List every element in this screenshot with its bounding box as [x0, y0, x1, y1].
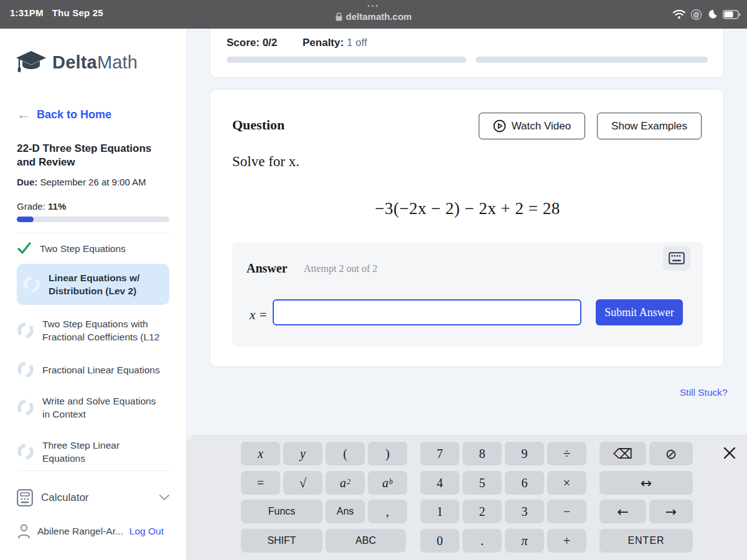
progress-ring-icon [17, 322, 34, 339]
back-to-home-link[interactable]: ← Back to Home [17, 108, 111, 121]
answer-label: Answer [247, 261, 288, 276]
key-7[interactable]: 7 [420, 442, 459, 465]
grade-progress-bar [17, 217, 169, 222]
key-9[interactable]: 9 [505, 442, 544, 465]
key-arrow-right[interactable]: → [649, 500, 693, 523]
user-name: Abilene Rangel-Ar... [37, 526, 123, 537]
key-arrow-left[interactable]: ← [599, 500, 646, 523]
url-text: deltamath.com [346, 11, 412, 23]
progress-segment-2 [476, 57, 708, 63]
play-circle-icon [493, 119, 506, 133]
sidebar: DeltaMath ← Back to Home 22-D Three Step… [0, 29, 187, 560]
ipad-status-bar: 1:31PMThu Sep 25 ••• deltamath.com @ [0, 0, 747, 29]
key-8[interactable]: 8 [463, 442, 502, 465]
checkmark-icon [17, 241, 32, 255]
key-3[interactable]: 3 [505, 500, 544, 523]
key-right-paren[interactable]: ) [368, 442, 407, 465]
sidebar-item-two-step-equations[interactable]: Two Step Equations [17, 241, 169, 255]
main-content: Score: 0/2 Penalty: 1 off Question Watch… [187, 29, 747, 560]
answer-variable-prefix: x = [250, 307, 268, 323]
key-multiply[interactable]: × [547, 471, 586, 495]
sidebar-item-write-solve-context[interactable]: Write and Solve Equations in Context [17, 394, 169, 421]
math-keyboard: x y ( ) 7 8 9 ÷ ⌫ ⊘ [187, 436, 747, 560]
key-x[interactable]: x [241, 442, 280, 465]
sidebar-item-two-step-fractional[interactable]: Two Step Equations with Fractional Coeff… [17, 317, 169, 343]
key-equals[interactable]: = [241, 471, 280, 495]
answer-input[interactable] [273, 299, 581, 325]
graduation-cap-icon [15, 49, 47, 76]
key-comma[interactable]: , [368, 500, 407, 523]
key-squared[interactable]: a2 [326, 471, 365, 495]
key-minus[interactable]: − [547, 500, 586, 523]
question-prompt: Solve for x. [232, 154, 299, 170]
user-account-row: Abilene Rangel-Ar... Log Out [17, 523, 179, 539]
sidebar-item-three-step-linear[interactable]: Three Step Linear Equations [17, 439, 169, 465]
progress-ring-icon [23, 276, 40, 293]
still-stuck-link[interactable]: Still Stuck? [680, 387, 728, 398]
score-value: 0/2 [263, 37, 278, 49]
key-ans[interactable]: Ans [326, 500, 365, 523]
sidebar-item-fractional-linear[interactable]: Fractional Linear Equations [17, 361, 169, 378]
attempt-counter: Attempt 2 out of 2 [304, 263, 377, 274]
progress-ring-icon [17, 361, 34, 378]
key-y[interactable]: y [283, 442, 322, 465]
show-examples-button[interactable]: Show Examples [597, 113, 702, 139]
assignment-title: 22-D Three Step Equations and Review [17, 142, 169, 169]
battery-icon [723, 10, 741, 19]
lock-icon [336, 12, 342, 21]
divider [17, 470, 169, 471]
progress-segment-1 [227, 57, 466, 63]
key-left-right-arrow[interactable]: ↔ [599, 471, 693, 495]
sidebar-item-linear-equations-distribution[interactable]: Linear Equations w/ Distribution (Lev 2) [17, 264, 169, 305]
key-2[interactable]: 2 [463, 500, 502, 523]
key-backspace[interactable]: ⌫ [599, 442, 646, 465]
answer-panel: Answer Attempt 2 out of 2 x = Submit Ans… [232, 242, 703, 347]
question-equation: −3(−2x − 2) − 2x + 2 = 28 [210, 199, 725, 218]
key-5[interactable]: 5 [463, 471, 502, 495]
moon-icon [707, 9, 718, 20]
score-card: Score: 0/2 Penalty: 1 off [210, 29, 724, 78]
deltamath-app: 1:31PMThu Sep 25 ••• deltamath.com @ [0, 0, 747, 560]
divider [17, 233, 169, 233]
key-6[interactable]: 6 [505, 471, 544, 495]
logout-link[interactable]: Log Out [129, 526, 164, 537]
rotation-lock-icon: @ [691, 9, 702, 20]
score-label: Score: 0/2 [227, 37, 277, 49]
key-left-paren[interactable]: ( [326, 442, 365, 465]
assignment-due: Due: September 26 at 9:00 AM [17, 177, 146, 187]
key-shift[interactable]: SHIFT [241, 529, 322, 553]
submit-answer-button[interactable]: Submit Answer [596, 299, 683, 325]
question-title: Question [232, 117, 284, 133]
key-sqrt[interactable]: √ [283, 471, 322, 495]
user-icon [17, 523, 31, 539]
chevron-down-icon [159, 495, 169, 501]
question-card: Question Watch Video Show Examples Solve… [210, 89, 724, 367]
key-divide[interactable]: ÷ [547, 442, 586, 465]
progress-ring-icon [17, 443, 34, 460]
watch-video-button[interactable]: Watch Video [479, 113, 585, 139]
keyboard-toggle-button[interactable] [663, 246, 690, 271]
key-enter[interactable]: ENTER [599, 529, 693, 553]
progress-ring-icon [17, 399, 34, 416]
key-1[interactable]: 1 [420, 500, 459, 523]
keyboard-close-button[interactable] [720, 443, 740, 463]
keyboard-icon [669, 252, 685, 264]
key-clear-all[interactable]: ⊘ [649, 442, 693, 465]
key-pi[interactable]: π [505, 529, 544, 553]
key-decimal[interactable]: . [463, 529, 502, 553]
key-4[interactable]: 4 [420, 471, 459, 495]
key-plus[interactable]: + [547, 529, 586, 553]
calculator-toggle[interactable]: Calculator [17, 489, 169, 506]
penalty-label: Penalty: [303, 37, 347, 49]
assignment-grade: Grade: 11% [17, 201, 66, 212]
key-abc[interactable]: ABC [326, 529, 406, 553]
key-0[interactable]: 0 [420, 529, 459, 553]
key-funcs[interactable]: Funcs [241, 500, 322, 523]
key-power[interactable]: ab [368, 471, 407, 495]
logo-text: DeltaMath [52, 52, 138, 73]
tab-dots: ••• [0, 2, 747, 11]
deltamath-logo[interactable]: DeltaMath [15, 49, 138, 76]
close-icon [723, 446, 736, 460]
url-bar[interactable]: deltamath.com [336, 11, 412, 23]
calculator-icon [17, 489, 33, 506]
